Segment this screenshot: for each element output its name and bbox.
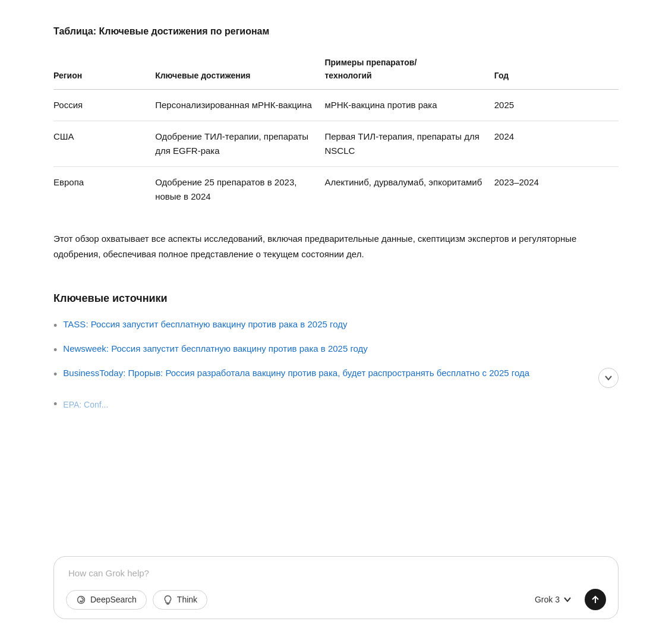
cell-year: 2025: [494, 90, 619, 121]
svg-point-0: [78, 596, 85, 603]
table-row: Россия Персонализированная мРНК-вакцина …: [53, 90, 619, 121]
model-label: Grok 3: [535, 593, 560, 606]
list-item: • EPA: Conf...: [53, 396, 619, 412]
cell-examples: Первая ТИЛ-терапия, препараты для NSCLC: [324, 121, 494, 167]
send-icon: [591, 595, 600, 604]
table-row: США Одобрение ТИЛ-терапии, препараты для…: [53, 121, 619, 167]
bullet-icon: •: [53, 367, 57, 383]
achievements-table: Регион Ключевые достижения Примеры препа…: [53, 51, 619, 213]
source-link[interactable]: EPA: Conf...: [63, 399, 108, 411]
cell-year: 2023–2024: [494, 167, 619, 213]
main-content: Таблица: Ключевые достижения по регионам…: [0, 0, 672, 549]
cell-achievements: Персонализированная мРНК-вакцина: [155, 90, 324, 121]
think-icon: [163, 595, 173, 605]
bullet-icon: •: [53, 342, 57, 358]
summary-text: Этот обзор охватывает все аспекты исслед…: [53, 231, 619, 261]
deepsearch-icon: [76, 595, 86, 605]
list-item: • BusinessToday: Прорыв: Россия разработ…: [53, 367, 619, 388]
cell-achievements: Одобрение ТИЛ-терапии, препараты для EGF…: [155, 121, 324, 167]
deepsearch-label: DeepSearch: [90, 595, 137, 604]
col-header-examples: Примеры препаратов/технологий: [324, 51, 494, 90]
col-header-year: Год: [494, 51, 619, 90]
list-item: • Newsweek: Россия запустит бесплатную в…: [53, 342, 619, 358]
cell-achievements: Одобрение 25 препаратов в 2023, новые в …: [155, 167, 324, 213]
table-section: Таблица: Ключевые достижения по регионам…: [53, 24, 619, 212]
bullet-icon: •: [53, 396, 57, 412]
source-link[interactable]: BusinessToday: Прорыв: Россия разработал…: [63, 367, 529, 380]
expand-button[interactable]: [598, 368, 619, 388]
col-header-region: Регион: [53, 51, 155, 90]
cell-region: Европа: [53, 167, 155, 213]
input-placeholder[interactable]: How can Grok help?: [66, 566, 606, 580]
sources-list: • TASS: Россия запустит бесплатную вакци…: [53, 318, 619, 412]
bottom-bar: How can Grok help? DeepSearch: [0, 549, 672, 631]
think-button[interactable]: Think: [153, 590, 207, 610]
table-row: Европа Одобрение 25 препаратов в 2023, н…: [53, 167, 619, 213]
source-item-with-expand: BusinessToday: Прорыв: Россия разработал…: [63, 367, 619, 388]
send-button[interactable]: [585, 589, 606, 610]
cell-region: США: [53, 121, 155, 167]
action-buttons: DeepSearch Think: [66, 590, 207, 610]
chevron-down-icon: [604, 374, 613, 382]
think-label: Think: [177, 595, 197, 604]
cell-year: 2024: [494, 121, 619, 167]
cell-examples: мРНК-вакцина против рака: [324, 90, 494, 121]
cell-examples: Алектиниб, дурвалумаб, эпкоритамиб: [324, 167, 494, 213]
source-link[interactable]: Newsweek: Россия запустит бесплатную вак…: [63, 342, 368, 356]
deepsearch-button[interactable]: DeepSearch: [66, 590, 147, 610]
table-title: Таблица: Ключевые достижения по регионам: [53, 24, 619, 39]
model-selector[interactable]: Grok 3: [529, 589, 578, 610]
list-item: • TASS: Россия запустит бесплатную вакци…: [53, 318, 619, 334]
right-actions: Grok 3: [529, 589, 606, 610]
sources-section: Ключевые источники • TASS: Россия запуст…: [53, 290, 619, 412]
input-actions: DeepSearch Think Grok 3: [66, 589, 606, 610]
sources-title: Ключевые источники: [53, 290, 619, 307]
source-link[interactable]: TASS: Россия запустит бесплатную вакцину…: [63, 318, 347, 332]
cell-region: Россия: [53, 90, 155, 121]
bullet-icon: •: [53, 318, 57, 334]
input-container: How can Grok help? DeepSearch: [53, 556, 619, 619]
chevron-down-icon: [563, 595, 572, 604]
col-header-achievements: Ключевые достижения: [155, 51, 324, 90]
